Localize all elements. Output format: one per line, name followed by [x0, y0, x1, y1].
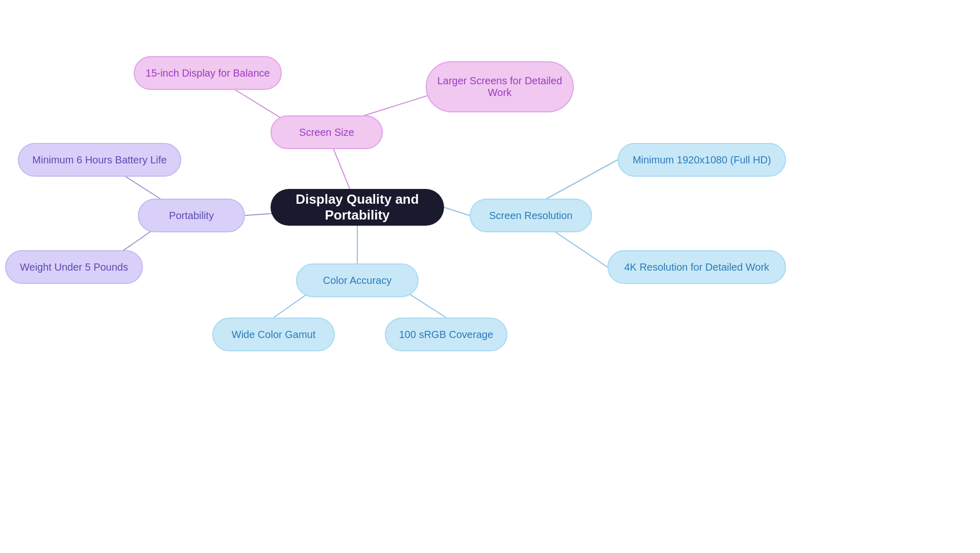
weight-label: Weight Under 5 Pounds — [20, 261, 128, 273]
screen-resolution-label: Screen Resolution — [489, 210, 572, 222]
screen-size-label: Screen Size — [299, 127, 354, 138]
screen-size-node: Screen Size — [271, 115, 383, 149]
color-accuracy-node: Color Accuracy — [296, 263, 419, 297]
larger-screens-node: Larger Screens for Detailed Work — [426, 61, 574, 112]
fourk-node: 4K Resolution for Detailed Work — [607, 250, 786, 284]
color-accuracy-label: Color Accuracy — [323, 275, 392, 286]
fullhd-node: Minimum 1920x1080 (Full HD) — [618, 143, 786, 177]
srgb-label: 100 sRGB Coverage — [399, 329, 494, 341]
central-label: Display Quality and Portability — [271, 191, 444, 223]
portability-node: Portability — [138, 199, 245, 232]
wide-gamut-node: Wide Color Gamut — [212, 318, 335, 351]
battery-label: Minimum 6 Hours Battery Life — [32, 154, 166, 166]
fifteen-inch-label: 15-inch Display for Balance — [145, 67, 270, 79]
srgb-node: 100 sRGB Coverage — [385, 318, 507, 351]
portability-label: Portability — [169, 210, 214, 222]
fifteen-inch-node: 15-inch Display for Balance — [134, 56, 282, 90]
weight-node: Weight Under 5 Pounds — [5, 250, 143, 284]
central-node: Display Quality and Portability — [271, 189, 444, 226]
fullhd-label: Minimum 1920x1080 (Full HD) — [632, 154, 771, 166]
battery-node: Minimum 6 Hours Battery Life — [18, 143, 181, 177]
screen-resolution-node: Screen Resolution — [470, 199, 592, 232]
larger-screens-label: Larger Screens for Detailed Work — [427, 75, 573, 99]
fourk-label: 4K Resolution for Detailed Work — [624, 261, 769, 273]
wide-gamut-label: Wide Color Gamut — [232, 329, 316, 341]
svg-line-6 — [444, 207, 470, 215]
